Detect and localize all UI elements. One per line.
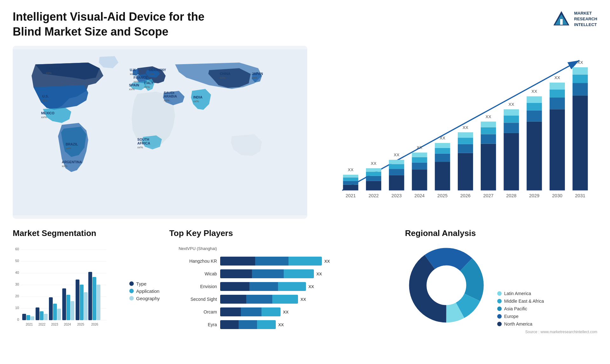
svg-rect-50 — [389, 175, 404, 190]
svg-text:SOUTH: SOUTH — [137, 138, 149, 141]
logo-text: MARKET RESEARCH INTELLECT — [574, 10, 597, 28]
svg-rect-56 — [412, 169, 427, 190]
svg-text:CHINA: CHINA — [220, 72, 230, 76]
svg-rect-132 — [71, 301, 74, 320]
eyra-bar — [220, 320, 276, 329]
svg-rect-39 — [343, 181, 358, 185]
svg-rect-92 — [550, 109, 565, 190]
svg-rect-81 — [504, 123, 519, 133]
player-row-orcam: Orcam XX — [169, 307, 396, 316]
svg-text:XX: XX — [577, 60, 583, 65]
svg-text:XX: XX — [440, 136, 445, 140]
svg-text:xx%: xx% — [220, 76, 225, 79]
svg-text:xx%: xx% — [193, 99, 199, 103]
eyra-bar-wrap: XX — [220, 320, 396, 329]
player-row-secondsight: Second Sight XX — [169, 295, 396, 304]
envision-bar-wrap: XX — [220, 282, 396, 291]
latin-america-dot — [497, 291, 502, 296]
svg-rect-98 — [573, 95, 588, 190]
svg-text:2022: 2022 — [38, 323, 46, 326]
legend-middle-east-africa: Middle East & Africa — [497, 299, 544, 304]
orcam-bar-wrap: XX — [220, 307, 396, 316]
svg-text:SAUDI: SAUDI — [164, 91, 174, 94]
svg-rect-123 — [40, 311, 44, 320]
svg-rect-87 — [527, 110, 542, 121]
segmentation-chart-svg: 60 50 40 30 20 10 0 — [13, 244, 108, 333]
svg-text:XX: XX — [394, 152, 399, 157]
svg-rect-76 — [481, 127, 496, 134]
svg-text:xx%: xx% — [252, 76, 258, 79]
svg-rect-58 — [412, 157, 427, 162]
svg-text:xx%: xx% — [65, 146, 71, 150]
svg-text:XX: XX — [509, 102, 514, 107]
player-row-envision: Envision XX — [169, 282, 396, 291]
svg-text:2024: 2024 — [415, 193, 425, 198]
svg-rect-140 — [97, 285, 100, 320]
header: Intelligent Visual-Aid Device for the Bl… — [13, 10, 597, 39]
svg-rect-65 — [435, 143, 450, 148]
svg-rect-130 — [62, 288, 66, 320]
svg-rect-2 — [560, 19, 563, 25]
wicab-bar — [220, 269, 314, 278]
svg-rect-40 — [343, 177, 358, 181]
player-row-nextvpu: NextVPU (Shanghai) — [169, 244, 396, 253]
svg-rect-86 — [527, 121, 542, 190]
svg-text:2024: 2024 — [64, 323, 71, 326]
secondsight-val: XX — [301, 297, 306, 302]
svg-rect-82 — [504, 115, 519, 123]
orcam-val: XX — [283, 310, 288, 314]
svg-text:2025: 2025 — [437, 193, 448, 198]
svg-rect-59 — [412, 152, 427, 157]
svg-rect-38 — [343, 185, 358, 190]
svg-rect-136 — [84, 292, 88, 320]
svg-rect-46 — [366, 172, 381, 176]
svg-rect-120 — [30, 316, 34, 320]
top-section: CANADA xx% U.S. xx% MEXICO xx% BRAZIL xx… — [13, 46, 597, 219]
hangzhou-val: XX — [324, 259, 330, 264]
svg-text:xx%: xx% — [144, 85, 150, 88]
svg-text:10: 10 — [15, 306, 19, 310]
svg-text:2026: 2026 — [460, 193, 471, 198]
player-name-eyra: Eyra — [169, 322, 217, 327]
svg-text:GERMANY: GERMANY — [149, 68, 166, 72]
svg-rect-127 — [53, 304, 57, 320]
regional-legend: Latin America Middle East & Africa Asia … — [497, 291, 544, 327]
player-row-hangzhou: Hangzhou KR XX — [169, 257, 396, 266]
svg-rect-119 — [26, 315, 30, 320]
regional-title: Regional Analysis — [405, 228, 597, 238]
svg-text:xx%: xx% — [164, 98, 170, 102]
svg-text:XX: XX — [417, 145, 423, 150]
asia-pacific-dot — [497, 307, 502, 311]
players-section: Top Key Players NextVPU (Shanghai) Hangz… — [169, 228, 396, 334]
svg-text:2028: 2028 — [506, 193, 516, 198]
svg-rect-118 — [22, 314, 26, 320]
svg-text:ARABIA: ARABIA — [164, 94, 177, 98]
svg-rect-139 — [92, 277, 96, 320]
segmentation-section: Market Segmentation 60 50 40 30 20 10 0 — [13, 228, 160, 334]
svg-text:2030: 2030 — [552, 193, 562, 198]
legend-europe: Europe — [497, 314, 544, 319]
player-name-orcam: Orcam — [169, 309, 217, 314]
eyra-val: XX — [278, 322, 284, 327]
regional-row: Latin America Middle East & Africa Asia … — [405, 244, 597, 327]
envision-val: XX — [308, 284, 314, 289]
svg-rect-101 — [573, 67, 588, 74]
svg-rect-138 — [88, 272, 92, 320]
source-text: Source : www.marketresearchintellect.com — [405, 330, 597, 334]
svg-text:xx%: xx% — [46, 71, 52, 74]
svg-text:xx%: xx% — [42, 98, 48, 102]
players-title: Top Key Players — [169, 228, 396, 238]
svg-rect-134 — [76, 280, 79, 320]
page-container: Intelligent Visual-Aid Device for the Bl… — [0, 0, 610, 364]
orcam-bar — [220, 307, 281, 316]
map-container: CANADA xx% U.S. xx% MEXICO xx% BRAZIL xx… — [13, 46, 307, 219]
svg-rect-89 — [527, 96, 542, 103]
svg-text:xx%: xx% — [137, 145, 143, 149]
svg-rect-126 — [49, 297, 53, 320]
secondsight-bar — [220, 295, 298, 304]
svg-text:2025: 2025 — [77, 323, 85, 326]
donut-chart-svg — [405, 244, 488, 327]
svg-rect-131 — [66, 295, 70, 320]
svg-rect-74 — [481, 144, 496, 190]
legend-latin-america: Latin America — [497, 291, 544, 296]
